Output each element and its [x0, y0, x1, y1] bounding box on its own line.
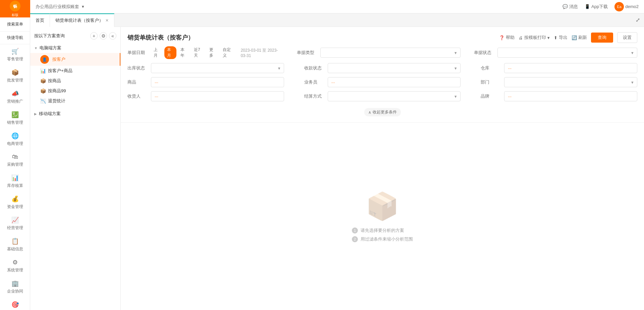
sidebar-item-basic[interactable]: 📋 基础信息	[0, 234, 30, 255]
dropdown-arrow-icon: ▾	[278, 66, 280, 71]
tree-item-by-goods[interactable]: 📦 按商品	[30, 76, 120, 86]
sidebar-item-label: 基础信息	[7, 246, 23, 252]
receipt-status-select[interactable]: ▾	[328, 63, 461, 73]
sidebar-item-sales[interactable]: 💹 销售管理	[0, 108, 30, 129]
settlement-label: 结算方式	[304, 93, 328, 99]
sidebar-item-guide[interactable]: 🎯 新手引导	[0, 298, 30, 310]
tab-close-icon[interactable]: ✕	[105, 18, 109, 23]
date-shortcuts: 上月 本月 本年 近7天 更多 自定义	[151, 46, 235, 59]
dept-select[interactable]: ▾	[504, 77, 637, 87]
industry-label: 办公用品行业模拟账套	[36, 4, 79, 10]
operation-icon: 📈	[11, 216, 19, 224]
shortcut-this-year[interactable]: 本年	[178, 46, 190, 59]
tab-expand-button[interactable]: ⤢	[632, 17, 644, 23]
sidebar-nav[interactable]: 快捷导航	[0, 32, 30, 44]
doc-status-select[interactable]: ▾	[497, 48, 637, 58]
add-scheme-button[interactable]: +	[90, 32, 98, 40]
tab-home[interactable]: 首页	[30, 13, 50, 27]
user-profile[interactable]: Ea demo2	[614, 2, 639, 11]
scheme-settings-button[interactable]: ⚙	[100, 32, 107, 40]
filter-row-receiver: 收货人 ··· 结算方式 ▾ 品牌 ···	[127, 91, 637, 101]
sidebar-item-purchase[interactable]: 🛍 采购管理	[0, 150, 30, 171]
warehouse-select[interactable]: ···	[504, 63, 637, 73]
active-dot-icon: 👤	[42, 57, 47, 62]
tree-parent-desktop[interactable]: ▼ 电脑端方案	[30, 43, 120, 53]
shortcut-last-7-days[interactable]: 近7天	[191, 46, 205, 59]
sidebar-item-label: 经营管理	[7, 225, 23, 231]
tree-arrow-icon: ▼	[34, 46, 38, 50]
collapse-panel-button[interactable]: «	[109, 32, 116, 40]
settings-button[interactable]: 设置	[617, 32, 637, 43]
tree-item-by-goods99[interactable]: 📦 按商品99	[30, 86, 120, 96]
dropdown-arrow-icon: ▾	[454, 50, 457, 55]
goods-select[interactable]: ···	[151, 77, 284, 87]
doc-type-select[interactable]: ▾	[320, 48, 460, 58]
basic-icon: 📋	[11, 238, 19, 245]
help-button[interactable]: ❓ 帮助	[499, 35, 515, 41]
app-icon: 📱	[585, 4, 590, 9]
empty-state: 📦 1 请先选择要分析的方案 2 用过滤条件来缩小分析范围	[121, 123, 644, 310]
right-panel: 销货单统计表（按客户） ❓ 帮助 🖨 按模板打印 ▾ ⬆ 导出	[121, 27, 644, 310]
sidebar-logo[interactable]: 畅 标版	[0, 0, 30, 17]
empty-illustration: 📦	[366, 191, 399, 222]
left-panel-header: 按以下方案查询 + ⚙ «	[30, 30, 120, 42]
app-download-button[interactable]: 📱 App下载	[585, 4, 608, 10]
out-status-label: 出库状态	[127, 65, 151, 71]
ecommerce-icon: 🌐	[11, 132, 19, 140]
dropdown-arrow-icon: ▾	[454, 94, 457, 99]
sidebar-item-operation[interactable]: 📈 经营管理	[0, 213, 30, 234]
topbar-left: 办公用品行业模拟账套 ▾	[36, 4, 84, 10]
tree-item-icon: 📉	[40, 98, 46, 104]
date-filter-control: 上月 本月 本年 近7天 更多 自定义 2023-03-01 至 2023-03…	[151, 46, 283, 59]
message-label: 消息	[569, 4, 578, 10]
tab-sales-stats[interactable]: 销货单统计表（按客户） ✕	[50, 13, 114, 27]
message-button[interactable]: 💬 消息	[562, 4, 578, 10]
left-panel-actions: + ⚙ «	[90, 32, 116, 40]
warehouse-dots: ···	[508, 66, 512, 71]
receiver-select[interactable]: ···	[151, 91, 284, 101]
tip-text-2: 用过滤条件来缩小分析范围	[361, 236, 413, 242]
sidebar-item-enterprise[interactable]: 🏢 企业协同	[0, 276, 30, 298]
tree-parent-mobile[interactable]: ▶ 移动端方案	[30, 109, 120, 119]
tree-item-icon: 📦	[40, 78, 46, 84]
query-button[interactable]: 查询	[591, 33, 613, 43]
sidebar-item-inventory[interactable]: 📊 库存核算	[0, 171, 30, 192]
content: 按以下方案查询 + ⚙ « ▼ 电脑端方案 👤 按客户	[30, 27, 644, 310]
shortcut-this-month[interactable]: 本月	[164, 46, 176, 59]
settlement-select[interactable]: ▾	[328, 91, 461, 101]
retail-icon: 🛒	[11, 48, 19, 55]
shortcut-last-month[interactable]: 上月	[151, 46, 163, 59]
out-status-select[interactable]: ▾	[151, 63, 284, 73]
shortcut-custom[interactable]: 自定义	[220, 46, 235, 59]
sidebar-item-retail[interactable]: 🛒 零售管理	[0, 44, 30, 65]
salesman-dots: ···	[331, 80, 335, 85]
sidebar-item-system[interactable]: ⚙ 系统管理	[0, 255, 30, 276]
avatar-text: Ea	[617, 5, 622, 9]
sidebar-item-marketing[interactable]: 📣 营销推广	[0, 87, 30, 108]
salesman-select[interactable]: ···	[328, 77, 461, 87]
empty-tips: 1 请先选择要分析的方案 2 用过滤条件来缩小分析范围	[352, 227, 413, 242]
print-button[interactable]: 🖨 按模板打印 ▾	[519, 35, 550, 41]
sidebar-search[interactable]: 搜索菜单	[0, 17, 30, 32]
brand-select[interactable]: ···	[504, 91, 637, 101]
export-button[interactable]: ⬆ 导出	[554, 35, 568, 41]
collapse-row: ∧ 收起更多条件	[127, 105, 637, 119]
refresh-button[interactable]: 🔄 刷新	[572, 35, 587, 41]
goods-label: 商品	[127, 79, 151, 85]
topbar-right: 💬 消息 📱 App下载 Ea demo2	[562, 2, 639, 11]
sidebar-item-finance[interactable]: 💰 资金管理	[0, 192, 30, 213]
logo-text: 标版	[12, 13, 18, 17]
tree-item-return-stats[interactable]: 📉 退货统计	[30, 96, 120, 106]
shortcut-more[interactable]: 更多	[207, 46, 219, 59]
tip-text-1: 请先选择要分析的方案	[361, 227, 404, 234]
receiver-dots: ···	[155, 94, 158, 99]
tree-item-by-customer-goods[interactable]: 📊 按客户+商品	[30, 66, 120, 76]
industry-dropdown-icon[interactable]: ▾	[82, 4, 84, 9]
sidebar-item-label: 电商管理	[7, 141, 23, 147]
sidebar-item-label: 系统管理	[7, 267, 23, 273]
sidebar-item-ecommerce[interactable]: 🌐 电商管理	[0, 129, 30, 150]
collapse-icon: ∧	[368, 110, 371, 115]
sidebar-item-wholesale[interactable]: 📦 批发管理	[0, 65, 30, 87]
tree-item-by-customer[interactable]: 👤 按客户	[30, 53, 120, 66]
collapse-button[interactable]: ∧ 收起更多条件	[364, 108, 401, 116]
